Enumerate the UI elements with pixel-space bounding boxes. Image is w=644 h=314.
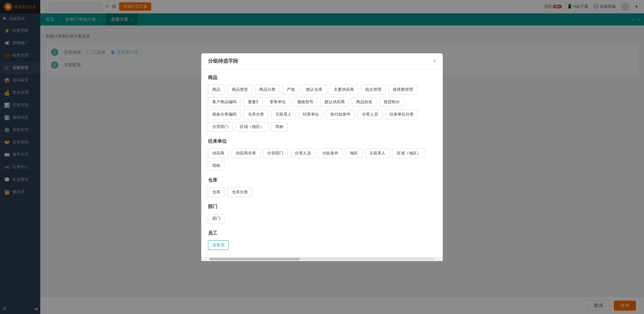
employee-tags: 业务员: [208, 240, 436, 250]
field-tag[interactable]: 分管部门: [263, 148, 288, 158]
field-tag[interactable]: 仓库分类: [227, 187, 252, 197]
hscroll-left[interactable]: ‹: [203, 257, 209, 262]
partner-tags: 供应商 供应商分类 分管部门 分管人员 付款条件 地区 主联系人 区域（地区） …: [208, 148, 436, 171]
field-tag[interactable]: 产地: [282, 85, 299, 95]
field-tag[interactable]: 主要供应商: [329, 85, 358, 95]
field-select-modal: 分组待选字段 × 商品 商品 商品类型 商品分类 产地 默认仓库 主要供应商 批…: [201, 53, 443, 261]
product-tags: 商品 商品类型 商品分类 产地 默认仓库 主要供应商 批次管理 保质期管理 客户…: [208, 85, 436, 132]
field-tag[interactable]: 业务员: [208, 240, 229, 250]
modal-overlay: 分组待选字段 × 商品 商品 商品类型 商品分类 产地 默认仓库 主要供应商 批…: [0, 0, 644, 314]
section-dept: 部门 部门: [208, 204, 436, 224]
section-employee-title: 员工: [208, 230, 436, 236]
field-tag[interactable]: 税收分类编码: [208, 110, 241, 119]
field-tag[interactable]: 批次管理: [361, 85, 386, 95]
hscroll-thumb: [209, 258, 300, 260]
field-tag[interactable]: 默认供应商: [320, 97, 349, 107]
field-tag[interactable]: 零售单位: [265, 97, 290, 107]
field-tag[interactable]: 仓库: [208, 187, 225, 197]
section-partner: 往来单位 供应商 供应商分类 分管部门 分管人员 付款条件 地区 主联系人 区域…: [208, 138, 436, 171]
section-partner-title: 往来单位: [208, 138, 436, 144]
dept-tags: 部门: [208, 214, 436, 224]
section-employee: 员工 业务员: [208, 230, 436, 250]
modal-header: 分组待选字段 ×: [201, 53, 443, 69]
field-tag[interactable]: 结算单位: [299, 110, 323, 119]
field-tag[interactable]: 分管部门: [208, 122, 233, 132]
field-tag[interactable]: 供应商: [208, 148, 229, 158]
modal-close-btn[interactable]: ×: [433, 58, 436, 64]
field-tag[interactable]: 保质期管理: [388, 85, 417, 95]
field-tag[interactable]: 主联系人: [271, 110, 296, 119]
field-tag[interactable]: 区域（地区）: [392, 148, 425, 158]
section-product: 商品 商品 商品类型 商品分类 产地 默认仓库 主要供应商 批次管理 保质期管理…: [208, 75, 436, 132]
modal-title: 分组待选字段: [208, 58, 238, 64]
section-product-title: 商品: [208, 75, 436, 81]
field-tag[interactable]: 部门: [208, 214, 225, 224]
field-tag[interactable]: 商品类型: [227, 85, 252, 95]
field-tag[interactable]: 商品别名: [352, 97, 377, 107]
field-tag[interactable]: 商品分类: [255, 85, 280, 95]
field-tag[interactable]: 默认仓库: [302, 85, 327, 95]
field-tag[interactable]: 供应商分类: [231, 148, 260, 158]
field-tag[interactable]: 主联系人: [365, 148, 390, 158]
field-tag[interactable]: 区域（地区）: [235, 122, 268, 132]
field-tag[interactable]: 客户商品编码: [208, 97, 241, 107]
section-warehouse-title: 仓库: [208, 177, 436, 183]
field-tag[interactable]: 简称: [271, 122, 288, 132]
field-tag[interactable]: 分管人员: [358, 110, 382, 119]
section-warehouse: 仓库 仓库 仓库分类: [208, 177, 436, 197]
field-tag[interactable]: 简称: [208, 161, 225, 171]
hscroll-track: [209, 258, 435, 260]
field-tag[interactable]: 仓库分类: [244, 110, 268, 119]
field-tag[interactable]: 规格型号: [293, 97, 318, 107]
field-tag[interactable]: 收付款条件: [326, 110, 355, 119]
section-dept-title: 部门: [208, 204, 436, 210]
field-tag[interactable]: 往来单位分类: [385, 110, 418, 119]
modal-body[interactable]: 商品 商品 商品类型 商品分类 产地 默认仓库 主要供应商 批次管理 保质期管理…: [201, 69, 443, 257]
field-tag[interactable]: 付款条件: [318, 148, 343, 158]
field-tag[interactable]: 地区: [345, 148, 362, 158]
field-tag[interactable]: 商品: [208, 85, 225, 95]
field-tag[interactable]: 分管人员: [290, 148, 315, 158]
modal-hscroll[interactable]: ‹ ›: [201, 257, 443, 261]
warehouse-tags: 仓库 仓库分类: [208, 187, 436, 197]
field-tag[interactable]: 重量3: [244, 97, 263, 107]
field-tag[interactable]: 拣货积分: [379, 97, 404, 107]
hscroll-right[interactable]: ›: [435, 257, 441, 262]
